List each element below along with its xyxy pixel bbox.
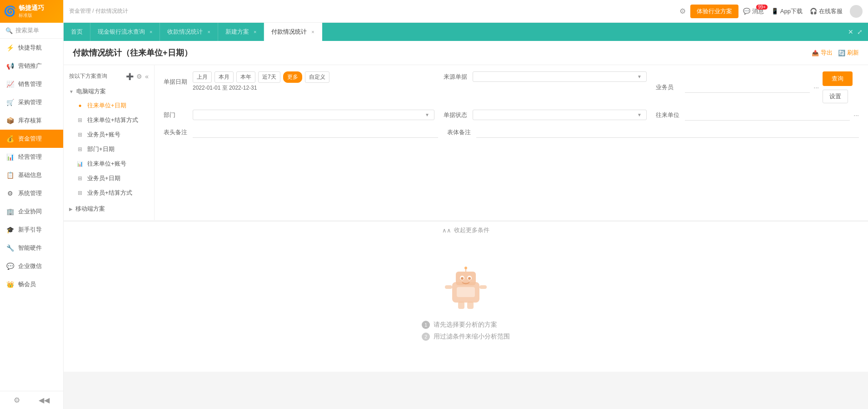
sidebar-search[interactable]: 🔍 搜索菜单 (0, 23, 63, 39)
scheme-item-staff-date[interactable]: ⊞ 业务员+日期 (64, 171, 154, 186)
scheme-collapse-btn[interactable]: « (145, 73, 149, 80)
dept-label: 部门 (164, 111, 189, 119)
scheme-item-label: 部门+日期 (87, 145, 115, 153)
user-avatar[interactable] (850, 5, 863, 18)
sidebar-item-quick-nav[interactable]: ⚡ 快捷导航 (0, 39, 63, 57)
staff-input[interactable] (685, 82, 810, 93)
footer-collapse-btn[interactable]: ◀◀ (39, 396, 50, 404)
sidebar-nav: ⚡ 快捷导航 📢 营销推广 📈 销售管理 🛒 采购管理 📦 库存核算 💰 资金管… (0, 39, 63, 391)
scheme-item-staff-settle[interactable]: ⊞ 业务员+结算方式 (64, 186, 154, 200)
staff-dotdot[interactable]: ··· (813, 84, 819, 91)
sidebar-item-label: 采购管理 (18, 98, 42, 106)
app-download-btn[interactable]: 📱 App下载 (771, 7, 803, 15)
status-label: 单据状态 (444, 111, 469, 119)
sidebar-item-wechat[interactable]: 💬 企业微信 (0, 257, 63, 275)
tab-new-scheme-close[interactable]: × (254, 29, 256, 35)
sidebar-item-sales[interactable]: 📈 销售管理 (0, 75, 63, 93)
sidebar-item-basic[interactable]: 📋 基础信息 (0, 166, 63, 184)
date-btn-this-month[interactable]: 本月 (215, 71, 234, 83)
scheme-item-label: 业务员+日期 (87, 174, 120, 182)
sidebar-item-guide[interactable]: 🎓 新手引导 (0, 221, 63, 239)
date-btn-this-year[interactable]: 本年 (236, 71, 255, 83)
query-actions: 查询 设置 (823, 71, 859, 103)
svg-point-4 (461, 277, 464, 280)
dept-select-arrow: ▼ (425, 112, 429, 117)
scheme-item-unit-account[interactable]: 📊 往来单位+账号 (64, 157, 154, 171)
sidebar-item-operation[interactable]: 📊 经营管理 (0, 148, 63, 166)
status-select[interactable]: ▼ (473, 110, 647, 120)
scheme-mobile-group[interactable]: ▶ 移动端方案 (64, 202, 154, 216)
sidebar-item-label: 基础信息 (18, 171, 42, 179)
query-btn[interactable]: 查询 (823, 71, 853, 86)
sidebar-item-corp[interactable]: 🏢 企业协同 (0, 202, 63, 221)
marketing-icon: 📢 (5, 61, 15, 71)
filter-row-2: 部门 ▼ 单据状态 ▼ 往来单位 (164, 110, 859, 121)
scheme-item-unit-date[interactable]: ● 往来单位+日期 (64, 98, 154, 113)
purchase-icon: 🛒 (5, 98, 15, 107)
sidebar-item-label: 资金管理 (18, 135, 42, 143)
tab-home-label: 首页 (71, 28, 83, 36)
tab-close-btn[interactable]: ✕ (848, 28, 853, 35)
header-note-input[interactable] (193, 127, 438, 138)
hint-text-2: 用过滤条件来缩小分析范围 (434, 333, 510, 341)
counterpart-dotdot[interactable]: ··· (853, 111, 859, 119)
counterpart-input[interactable] (685, 110, 850, 121)
tab-bank-flow-close[interactable]: × (150, 29, 152, 35)
scheme-item-label: 业务员+账号 (87, 131, 120, 139)
scheme-settings-btn[interactable]: ⚙ (136, 73, 142, 80)
body-note-input[interactable] (476, 127, 859, 138)
date-btn-last-month[interactable]: 上月 (193, 71, 212, 83)
dept-select[interactable]: ▼ (193, 110, 434, 120)
sidebar-logo-text: 畅捷通巧 (19, 4, 44, 12)
footer-settings-btn[interactable]: ⚙ (14, 396, 20, 404)
scheme-add-btn[interactable]: ➕ (126, 73, 134, 80)
scheme-pc-group: ▼ 电脑端方案 ● 往来单位+日期 ⊞ 往来单位+结算方式 ⊞ 业务员+账号 (64, 85, 154, 200)
sidebar-item-hardware[interactable]: 🔧 智能硬件 (0, 239, 63, 257)
header-note-label: 表头备注 (164, 128, 189, 136)
filter-source-field: 来源单据 ▼ (444, 71, 647, 82)
scheme-pc-group-header[interactable]: ▼ 电脑端方案 (64, 85, 154, 98)
tab-window-controls: ✕ ⤢ (843, 28, 868, 35)
sidebar-item-label: 经营管理 (18, 153, 42, 161)
online-service-btn[interactable]: 🎧 在线客服 (810, 7, 843, 15)
export-btn[interactable]: 📤 导出 (812, 49, 833, 57)
tab-new-scheme[interactable]: 新建方案 × (218, 23, 264, 41)
tab-payment-stats[interactable]: 付款情况统计 × (264, 23, 322, 41)
svg-rect-11 (467, 302, 474, 309)
empty-robot-svg (439, 266, 493, 312)
sidebar-item-system[interactable]: ⚙ 系统管理 (0, 184, 63, 202)
date-btn-more[interactable]: 更多 (283, 71, 302, 83)
sidebar-item-finance[interactable]: 💰 资金管理 (0, 130, 63, 148)
tab-payment-stats-close[interactable]: × (311, 29, 314, 35)
sidebar-item-member[interactable]: 👑 畅会员 (0, 275, 63, 293)
sidebar-logo: 🌀 (4, 5, 16, 17)
industry-btn[interactable]: 体验行业方案 (690, 5, 738, 18)
message-btn[interactable]: 💬 消息 99+ (743, 7, 764, 15)
date-btn-7days[interactable]: 近7天 (258, 71, 280, 83)
quick-nav-icon: ⚡ (5, 43, 15, 52)
scheme-item-staff-account[interactable]: ⊞ 业务员+账号 (64, 127, 154, 142)
page-content: 付款情况统计（往来单位+日期） 📤 导出 🔄 刷新 按以下方案查询 ➕ (64, 41, 868, 409)
filter-form: 单据日期 上月 本月 本年 近7天 更多 自定义 2022-01-01 至 20… (155, 65, 868, 220)
date-btn-custom[interactable]: 自定义 (305, 71, 329, 83)
scheme-active-icon: ● (76, 102, 84, 109)
tab-bank-flow[interactable]: 现金银行流水查询 × (90, 23, 160, 41)
tab-home[interactable]: 首页 (64, 23, 90, 41)
sidebar-item-purchase[interactable]: 🛒 采购管理 (0, 93, 63, 111)
service-icon: 🎧 (810, 8, 817, 15)
settings-btn[interactable]: 设置 (823, 90, 848, 103)
sidebar-item-label: 营销推广 (18, 62, 42, 70)
sidebar-item-inventory[interactable]: 📦 库存核算 (0, 111, 63, 130)
collapse-btn[interactable]: ∧∧ 收起更多条件 (442, 222, 489, 239)
refresh-btn[interactable]: 🔄 刷新 (838, 49, 859, 57)
tab-expand-btn[interactable]: ⤢ (857, 28, 863, 35)
source-select[interactable]: ▼ (473, 71, 647, 82)
sidebar-item-marketing[interactable]: 📢 营销推广 (0, 57, 63, 75)
tab-receipt-stats[interactable]: 收款情况统计 × (160, 23, 218, 41)
scheme-item-dept-date[interactable]: ⊞ 部门+日期 (64, 142, 154, 157)
scheme-item-unit-settle[interactable]: ⊞ 往来单位+结算方式 (64, 113, 154, 127)
tab-receipt-stats-close[interactable]: × (207, 29, 210, 35)
filter-status-field: 单据状态 ▼ (444, 110, 647, 120)
tabs-bar: 首页 现金银行流水查询 × 收款情况统计 × 新建方案 × 付款情况统计 × ✕… (64, 23, 868, 41)
topbar-settings-icon[interactable]: ⚙ (679, 7, 686, 15)
